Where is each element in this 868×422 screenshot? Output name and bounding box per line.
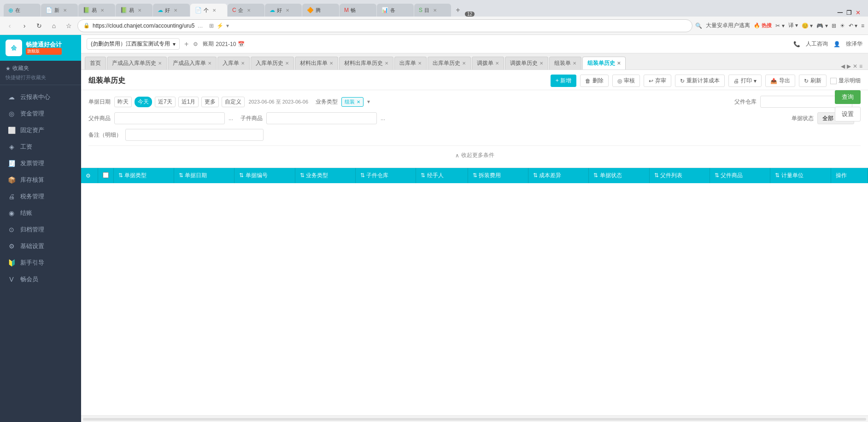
sidebar-item-checkout[interactable]: ◉ 结账 — [0, 205, 81, 221]
page-tab-transfer[interactable]: 调拨单 ✕ — [472, 57, 504, 69]
col-bill-date[interactable]: ⇅ 单据日期 — [174, 168, 234, 183]
grid-icon[interactable]: ⊞ — [832, 23, 836, 29]
horizontal-scrollbar[interactable] — [81, 416, 868, 422]
sidebar-item-assets[interactable]: ⬜ 固定资产 — [0, 122, 81, 139]
tab-scroll-left[interactable]: ◀ — [841, 63, 845, 69]
table-checkbox-header[interactable] — [98, 168, 113, 183]
sidebar-item-settings[interactable]: ⚙ 基础设置 — [0, 238, 81, 254]
sidebar-item-member[interactable]: V 畅会员 — [0, 271, 81, 288]
address-bar[interactable]: 🔒 https://cloud.chanjet.com/accounting/u… — [77, 19, 692, 32]
more-date-btn[interactable]: 更多 — [201, 97, 219, 107]
sidebar-item-reports[interactable]: ☁ 云报表中心 — [0, 89, 81, 105]
tab-close-8[interactable]: ✕ — [286, 8, 289, 13]
browser-tab-7[interactable]: C 企 ✕ — [228, 4, 264, 17]
col-disassemble-fee[interactable]: ⇅ 拆装费用 — [468, 168, 528, 183]
tab-close-icon[interactable]: ✕ — [329, 61, 333, 66]
tab-close-12[interactable]: ✕ — [433, 8, 437, 13]
tab-close-2[interactable]: ✕ — [63, 8, 67, 13]
tab-close-icon[interactable]: ✕ — [418, 61, 422, 66]
today-btn[interactable]: 今天 — [135, 97, 152, 107]
tab-close-icon[interactable]: ✕ — [495, 61, 499, 66]
company-selector[interactable]: (勿删勿禁用）江西服宝测试专用 ▾ — [87, 38, 180, 50]
browser-tab-9[interactable]: 🔶 腾 — [302, 4, 339, 17]
page-tab-material-outbound[interactable]: 材料出库单 ✕ — [295, 57, 338, 69]
col-unit[interactable]: ⇅ 计量单位 — [770, 168, 831, 183]
browser-tab-1[interactable]: ⊕ 在 — [4, 4, 41, 17]
back-button[interactable]: ‹ — [4, 20, 16, 32]
browser-tab-8[interactable]: ☁ 好 ✕ — [265, 4, 302, 17]
col-parent-list[interactable]: ⇅ 父件列表 — [649, 168, 710, 183]
display-detail-toggle[interactable]: 显示明细 — [830, 77, 861, 85]
delete-button[interactable]: 🗑 删除 — [580, 75, 609, 87]
page-tab-inbound[interactable]: 入库单 ✕ — [217, 57, 250, 69]
page-tab-assembly-history[interactable]: 组装单历史 ✕ — [582, 57, 626, 69]
favorites-shortcut[interactable]: 快捷键打开收藏夹 — [6, 74, 76, 81]
col-child-warehouse[interactable]: ⇅ 子件仓库 — [356, 168, 416, 183]
child-product-input[interactable] — [266, 112, 377, 124]
scrollbar-track[interactable] — [83, 418, 866, 421]
tab-scroll-right[interactable]: ▶ — [847, 63, 851, 69]
add-button[interactable]: + 新增 — [551, 75, 576, 87]
page-tab-outbound[interactable]: 出库单 ✕ — [394, 57, 427, 69]
sidebar-item-funds[interactable]: ◎ 资金管理 — [0, 105, 81, 122]
business-type-dropdown[interactable]: ▾ — [367, 98, 370, 105]
collapse-filter-button[interactable]: ∧ 收起更多条件 — [88, 149, 861, 162]
scissors-icon[interactable]: ✂ ▾ — [775, 23, 784, 29]
tab-menu[interactable]: ≡ — [859, 63, 862, 69]
audit-button[interactable]: ◎ 审核 — [612, 75, 640, 87]
browser-tab-11[interactable]: 📊 各 — [377, 4, 414, 17]
abandon-button[interactable]: ↩ 弃审 — [644, 75, 671, 87]
parent-product-more[interactable]: ... — [229, 115, 233, 121]
sun-icon[interactable]: ☀ — [840, 23, 845, 29]
tab-close-icon[interactable]: ✕ — [573, 61, 576, 66]
page-tab-product-inbound[interactable]: 产成品入库单 ✕ — [168, 57, 217, 69]
sidebar-item-inventory[interactable]: 📦 库存核算 — [0, 172, 81, 188]
query-button[interactable]: 查询 — [835, 90, 861, 104]
table-settings-header[interactable]: ⚙ — [81, 168, 98, 183]
close-all-tabs[interactable]: ✕ — [853, 63, 857, 69]
parent-product-input[interactable] — [114, 112, 225, 124]
dropdown-icon[interactable]: ▾ — [226, 23, 229, 29]
col-handler[interactable]: ⇅ 经手人 — [416, 168, 468, 183]
lightning-icon[interactable]: ⚡ — [217, 23, 223, 29]
page-tab-material-outbound-history[interactable]: 材料出库单历史 ✕ — [339, 57, 393, 69]
sidebar-item-invoice[interactable]: 🧾 发票管理 — [0, 155, 81, 172]
page-tab-home[interactable]: 首页 — [85, 57, 106, 69]
browser-tab-active[interactable]: 📄 个 ✕ — [190, 4, 227, 17]
service-icon[interactable]: 📞 — [793, 41, 800, 47]
tab-close-icon[interactable]: ✕ — [385, 61, 388, 66]
browser-tab-4[interactable]: 📗 易 ✕ — [116, 4, 152, 17]
recalculate-button[interactable]: ↻ 重新计算成本 — [675, 75, 725, 87]
col-business-type[interactable]: ⇅ 业务类型 — [295, 168, 355, 183]
col-bill-type[interactable]: ⇅ 单据类型 — [113, 168, 174, 183]
tab-close-3[interactable]: ✕ — [100, 8, 104, 13]
sidebar-item-payroll[interactable]: ◈ 工资 — [0, 139, 81, 155]
browser-tab-5[interactable]: ☁ 好 ✕ — [153, 4, 190, 17]
page-tab-outbound-history[interactable]: 出库单历史 ✕ — [428, 57, 471, 69]
print-button[interactable]: 🖨 打印 ▾ — [728, 75, 762, 87]
tab-close-icon[interactable]: ✕ — [208, 61, 211, 66]
last1month-btn[interactable]: 近1月 — [178, 97, 199, 107]
bookmark-button[interactable]: ☆ — [63, 20, 75, 32]
tab-close-icon[interactable]: ✕ — [158, 61, 162, 66]
last7days-btn[interactable]: 近7天 — [155, 97, 176, 107]
tab-close-7[interactable]: ✕ — [247, 8, 251, 13]
refresh-button[interactable]: ↻ 刷新 — [799, 75, 827, 87]
export-button[interactable]: 📤 导出 — [765, 75, 795, 87]
translate-icon[interactable]: 译 ▾ — [788, 22, 798, 29]
browser-tab-10[interactable]: M 畅 — [340, 4, 376, 17]
tab-close-icon[interactable]: ✕ — [241, 61, 245, 66]
new-tab-button[interactable]: + — [452, 4, 464, 17]
user-avatar-icon[interactable]: 👤 — [833, 41, 840, 47]
col-bill-no[interactable]: ⇅ 单据编号 — [235, 168, 295, 183]
yesterday-btn[interactable]: 昨天 — [114, 97, 132, 107]
tab-close-icon[interactable]: ✕ — [617, 61, 621, 66]
select-all-checkbox[interactable] — [103, 172, 109, 178]
maximize-button[interactable]: ❐ — [846, 9, 852, 16]
col-parent-product[interactable]: ⇅ 父件商品 — [710, 168, 770, 183]
browser-tab-12[interactable]: S 目 ✕ — [414, 4, 451, 17]
sidebar-item-guide[interactable]: 🔰 新手引导 — [0, 254, 81, 271]
tab-close-icon[interactable]: ✕ — [540, 61, 543, 66]
child-product-more[interactable]: ... — [381, 115, 385, 121]
close-window-button[interactable]: ✕ — [856, 9, 861, 16]
